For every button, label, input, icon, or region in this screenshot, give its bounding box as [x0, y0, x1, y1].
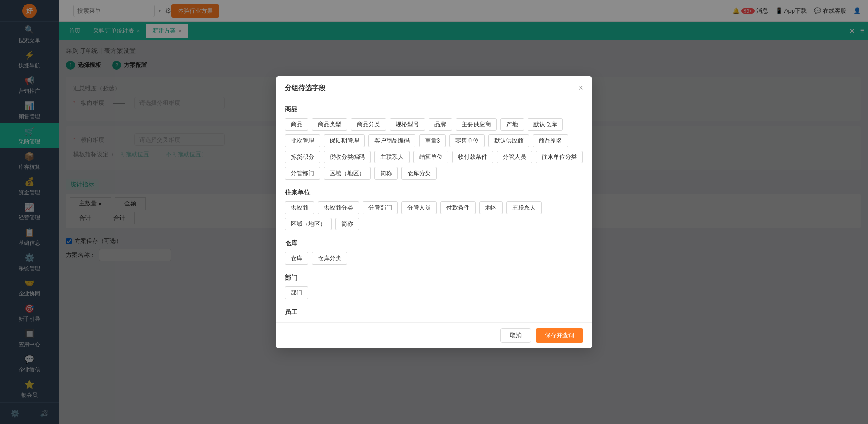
field-tags-product: 商品 商品类型 商品分类 规格型号 品牌 主要供应商 产地 默认仓库 批次管理 … [285, 118, 583, 180]
field-tag[interactable]: 商品类型 [312, 118, 347, 131]
modal-header: 分组待选字段 × [276, 76, 592, 98]
field-select-modal: 分组待选字段 × 商品 商品 商品类型 商品分类 规格型号 品牌 主要供应商 产… [276, 76, 592, 348]
field-tag[interactable]: 默认供应商 [488, 134, 529, 147]
field-tag[interactable]: 规格型号 [390, 118, 425, 131]
field-tag[interactable]: 主联系人 [374, 151, 410, 163]
field-tag[interactable]: 商品 [285, 118, 308, 131]
field-tag[interactable]: 付款条件 [440, 201, 476, 214]
field-group-warehouse: 仓库 仓库 仓库分类 [285, 239, 583, 265]
modal-title: 分组待选字段 [285, 84, 326, 92]
field-tag[interactable]: 税收分类编码 [324, 151, 371, 163]
field-tag[interactable]: 供应商 [285, 201, 314, 214]
field-tag[interactable]: 简称 [374, 167, 398, 180]
modal-close-button[interactable]: × [578, 84, 583, 92]
field-tag[interactable]: 部门 [285, 286, 308, 299]
field-tag[interactable]: 仓库 [285, 252, 308, 265]
field-tag[interactable]: 重量3 [419, 134, 446, 147]
field-tag[interactable]: 批次管理 [285, 134, 320, 147]
field-group-partner: 往来单位 供应商 供应商分类 分管部门 分管人员 付款条件 地区 主联系人 区域… [285, 189, 583, 230]
field-tag[interactable]: 供应商分类 [318, 201, 359, 214]
field-group-product: 商品 商品 商品类型 商品分类 规格型号 品牌 主要供应商 产地 默认仓库 批次… [285, 105, 583, 180]
modal-body: 商品 商品 商品类型 商品分类 规格型号 品牌 主要供应商 产地 默认仓库 批次… [276, 98, 592, 317]
field-tag[interactable]: 往来单位分类 [536, 151, 583, 163]
field-tag[interactable]: 分管人员 [497, 151, 532, 163]
field-tag[interactable]: 主要供应商 [456, 118, 497, 131]
field-group-partner-title: 往来单位 [285, 189, 583, 197]
field-tag[interactable]: 保质期管理 [324, 134, 365, 147]
field-tag[interactable]: 产地 [500, 118, 524, 131]
field-tags-warehouse: 仓库 仓库分类 [285, 252, 583, 265]
field-tag[interactable]: 分管部门 [363, 201, 398, 214]
field-tag[interactable]: 默认仓库 [528, 118, 563, 131]
field-tag[interactable]: 主联系人 [506, 201, 542, 214]
field-tag[interactable]: 客户商品编码 [368, 134, 415, 147]
field-tag[interactable]: 结算单位 [413, 151, 448, 163]
field-group-product-title: 商品 [285, 105, 583, 114]
field-tag[interactable]: 分管部门 [285, 167, 320, 180]
field-tag[interactable]: 零售单位 [449, 134, 485, 147]
field-group-employee: 员工 业务员 [285, 308, 583, 317]
modal-footer: 取消 保存并查询 [276, 322, 592, 348]
modal-horizontal-scrollbar[interactable] [276, 317, 592, 322]
field-group-warehouse-title: 仓库 [285, 239, 583, 248]
field-tag[interactable]: 品牌 [429, 118, 452, 131]
field-tag[interactable]: 商品别名 [533, 134, 568, 147]
field-group-department: 部门 部门 [285, 274, 583, 299]
modal-cancel-button[interactable]: 取消 [500, 328, 531, 343]
field-group-employee-title: 员工 [285, 308, 583, 316]
field-tags-partner: 供应商 供应商分类 分管部门 分管人员 付款条件 地区 主联系人 区域（地区） … [285, 201, 583, 230]
field-tag[interactable]: 地区 [479, 201, 503, 214]
field-tag[interactable]: 简称 [335, 218, 359, 230]
field-tag[interactable]: 商品分类 [351, 118, 386, 131]
field-group-department-title: 部门 [285, 274, 583, 282]
field-tag[interactable]: 仓库分类 [312, 252, 347, 265]
field-tag[interactable]: 区域（地区） [285, 218, 332, 230]
field-tags-department: 部门 [285, 286, 583, 299]
field-tag[interactable]: 仓库分类 [401, 167, 437, 180]
modal-confirm-button[interactable]: 保存并查询 [536, 328, 583, 343]
field-tag[interactable]: 分管人员 [401, 201, 437, 214]
field-tag[interactable]: 拣货积分 [285, 151, 320, 163]
field-tag[interactable]: 收付款条件 [452, 151, 493, 163]
field-tag[interactable]: 区域（地区） [324, 167, 371, 180]
